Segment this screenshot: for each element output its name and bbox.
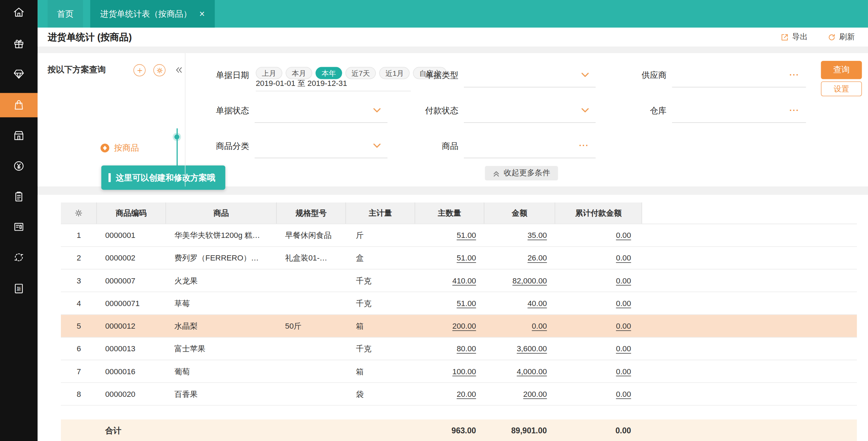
scheme-settings-button[interactable] [153,64,166,77]
amount-link[interactable]: 4,000.00 [517,367,547,376]
tooltip-bar [108,173,111,182]
storefront-icon[interactable] [0,123,38,148]
table-row[interactable]: 60000013富士苹果千克80.003,600.000.00 [61,338,857,360]
doc-type-select[interactable] [464,65,596,88]
category-select[interactable] [255,136,387,158]
table-row[interactable]: 80000020百香果袋20.00200.000.00 [61,383,857,406]
cell-product-name: 百香果 [166,383,277,405]
cell-paid: 0.00 [555,224,642,246]
cell-filler [642,383,857,405]
results-table: 商品编码商品规格型号主计量主数量金额累计付款金额 10000001华美华夫软饼1… [61,202,857,406]
sync-icon[interactable] [0,245,38,270]
tooltip-anchor-dot [174,135,179,139]
scheme-item-by-product[interactable]: 按商品 [100,143,139,153]
paid-link[interactable]: 0.00 [616,390,631,398]
ellipsis-icon[interactable]: ··· [789,70,799,79]
qty-link[interactable]: 200.00 [452,321,476,330]
amount-link[interactable]: 26.00 [528,254,547,262]
paid-link[interactable]: 0.00 [616,276,631,285]
amount-link[interactable]: 0.00 [532,321,547,330]
export-button[interactable]: 导出 [780,32,807,42]
shopping-bag-icon[interactable] [0,93,38,117]
amount-link[interactable]: 82,000.00 [513,276,547,285]
supplier-input[interactable]: ··· [672,65,806,88]
sidebar: 新 [0,0,38,441]
refresh-button[interactable]: 刷新 [828,32,855,42]
table-row[interactable]: 400000071草莓千克51.0040.000.00 [61,292,857,315]
refresh-icon [828,33,836,41]
amount-link[interactable]: 200.00 [523,390,547,398]
invoice-icon[interactable] [0,215,38,239]
settings-button[interactable]: 设置 [821,81,862,96]
cell-paid: 0.00 [555,360,642,383]
table-row[interactable]: 20000002费列罗（FERRERO）…礼盒装01-…盒51.0026.000… [61,247,857,270]
qty-link[interactable]: 410.00 [452,276,476,285]
gear-icon [156,67,163,74]
doc-status-select[interactable] [255,101,387,123]
date-pill[interactable]: 上月 [256,67,282,79]
paid-link[interactable]: 0.00 [616,321,631,330]
new-doc-icon[interactable]: 新 [0,276,38,300]
cell-row-index: 8 [61,383,97,405]
cell-qty: 20.00 [415,383,484,405]
plus-icon [136,67,143,74]
cell-paid: 0.00 [555,292,642,314]
filter-panel: 按以下方案查询 按商品 这里可以创建和修改方案哦 单据日期 [38,53,868,186]
qty-link[interactable]: 100.00 [452,367,476,376]
paid-link[interactable]: 0.00 [616,231,631,239]
ellipsis-icon[interactable]: ··· [579,141,589,150]
tab-home[interactable]: 首页 [48,0,83,28]
amount-link[interactable]: 3,600.00 [517,344,547,353]
table-row[interactable]: 30000007火龙果千克410.0082,000.000.00 [61,270,857,292]
collapse-more-button[interactable]: 收起更多条件 [485,166,558,180]
date-range-value[interactable]: 2019-01-01 至 2019-12-31 [256,79,411,91]
qty-link[interactable]: 51.00 [457,231,476,239]
date-pill[interactable]: 本月 [286,67,312,79]
filter-label-pay-status: 付款状态 [403,105,458,116]
table-row[interactable]: 50000012水晶梨50斤箱200.000.000.00 [61,315,857,337]
amount-link[interactable]: 40.00 [528,299,547,307]
product-input[interactable]: ··· [464,136,596,158]
tab-close-icon[interactable]: × [199,9,205,18]
gift-icon[interactable] [0,32,38,56]
cell-amount: 3,600.00 [484,338,555,360]
warehouse-input[interactable]: ··· [672,101,806,123]
tab-active[interactable]: 进货单统计表（按商品） × [90,0,215,28]
date-pill[interactable]: 本年 [315,67,342,79]
totals-label: 合计 [97,419,166,441]
table-row[interactable]: 70000016葡萄箱100.004,000.000.00 [61,360,857,383]
cell-spec: 礼盒装01-… [277,247,346,269]
filter-label-supplier: 供应商 [611,70,666,81]
app-window: 新 首页 进货单统计表（按商品） × 进货单统计 (按商品) 导出 刷新 [0,0,868,441]
export-icon [780,33,789,41]
cell-product-code: 0000016 [97,360,166,383]
cell-amount: 200.00 [484,383,555,405]
gem-icon[interactable] [0,62,38,86]
paid-link[interactable]: 0.00 [616,254,631,262]
cell-paid: 0.00 [555,247,642,269]
totals-amount: 89,901.00 [484,419,555,441]
paid-link[interactable]: 0.00 [616,367,631,376]
paid-link[interactable]: 0.00 [616,299,631,307]
add-scheme-button[interactable] [134,64,146,77]
qty-link[interactable]: 51.00 [457,254,476,262]
home-icon[interactable] [0,0,38,24]
collapse-panel-button[interactable] [174,65,184,75]
cell-amount: 40.00 [484,292,555,314]
qty-link[interactable]: 51.00 [457,299,476,307]
paid-link[interactable]: 0.00 [616,344,631,353]
cell-qty: 80.00 [415,338,484,360]
tab-active-label: 进货单统计表（按商品） [100,9,192,19]
cell-qty: 100.00 [415,360,484,383]
pay-status-select[interactable] [464,101,596,123]
date-pill[interactable]: 近7天 [345,67,376,79]
query-button[interactable]: 查询 [821,61,862,79]
column-settings-button[interactable] [61,202,97,223]
ellipsis-icon[interactable]: ··· [789,105,799,114]
money-icon[interactable] [0,154,38,178]
qty-link[interactable]: 20.00 [457,390,476,398]
table-row[interactable]: 10000001华美华夫软饼1200g 糕…早餐休闲食品斤51.0035.000… [61,224,857,247]
clipboard-icon[interactable] [0,184,38,209]
qty-link[interactable]: 80.00 [457,344,476,353]
amount-link[interactable]: 35.00 [528,231,547,239]
